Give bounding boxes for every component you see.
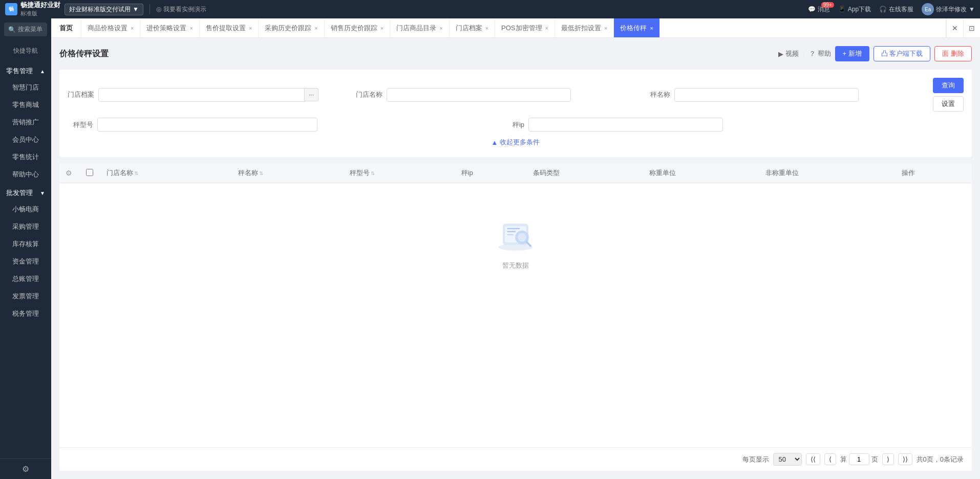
set-button[interactable]: 设置 (933, 96, 964, 112)
tab-store-catalog[interactable]: 门店商品目录 × (390, 18, 449, 38)
page-title: 价格传秤设置 (59, 49, 109, 59)
sidebar-item-retail-stats[interactable]: 零售统计 (0, 148, 51, 166)
sidebar-item-marketing[interactable]: 营销推广 (0, 114, 51, 131)
sidebar-item-smart-store[interactable]: 智慧门店 (0, 79, 51, 96)
tab-close-pos[interactable]: × (545, 25, 548, 31)
online-service-button[interactable]: 🎧 在线客服 (879, 5, 913, 14)
tab-sell-extract[interactable]: 售价提取设置 × (200, 18, 259, 38)
filter-area: 门店档案 ··· 门店名称 秤名称 (59, 70, 972, 157)
collapse-button[interactable]: ▲ 收起更多条件 (68, 138, 964, 147)
th-barcode-type: 条码类型 (527, 163, 643, 183)
tab-close-sales-history[interactable]: × (380, 25, 384, 31)
filter-store-file: 门店档案 ··· (68, 88, 348, 102)
th-weight-unit: 称重单位 (643, 163, 759, 183)
tab-sales-history[interactable]: 销售历史价跟踪 × (325, 18, 390, 38)
per-page-select[interactable]: 50 10 20 100 (773, 453, 802, 466)
tab-maximize[interactable]: ⊡ (963, 18, 980, 38)
sort-scale-name-icon[interactable]: ⇅ (259, 170, 263, 176)
filter-label-store-file: 门店档案 (68, 90, 94, 99)
avatar: Ea (922, 3, 934, 15)
help-link[interactable]: ？ 帮助 (809, 49, 831, 58)
empty-row: 暂无数据 (59, 183, 972, 301)
sidebar-group-retail: 零售管理 ▲ 智慧门店 零售商城 营销推广 会员中心 零售统计 帮助中心 (0, 61, 51, 183)
tab-close-sell-extract[interactable]: × (249, 25, 252, 31)
video-link[interactable]: ▶ 视频 (778, 49, 799, 58)
sort-store-name-icon[interactable]: ⇅ (134, 170, 138, 176)
tab-close-min-discount[interactable]: × (604, 25, 607, 31)
tab-close-store-catalog[interactable]: × (439, 25, 442, 31)
download-button[interactable]: 凸 客户端下载 (874, 46, 931, 61)
page-info: 算 页 (840, 453, 878, 465)
sidebar-item-member-center[interactable]: 会员中心 (0, 131, 51, 148)
sidebar-item-finance[interactable]: 资金管理 (0, 253, 51, 270)
th-scale-model: 秤型号 ⇅ (344, 163, 455, 183)
select-all-checkbox[interactable] (86, 169, 93, 176)
sidebar-item-quicknav[interactable]: 快捷导航 (0, 43, 51, 58)
messages-button[interactable]: 💬 消息 99+ (808, 5, 830, 14)
divider (150, 4, 150, 14)
tab-close-store-file[interactable]: × (485, 25, 488, 31)
query-button[interactable]: 查询 (933, 78, 964, 93)
tab-close-current[interactable]: ✕ (946, 18, 963, 38)
filter-row-2: 秤型号 秤ip (68, 118, 964, 132)
sidebar-item-purchase[interactable]: 采购管理 (0, 218, 51, 235)
next-page-button[interactable]: ⟩ (882, 453, 894, 465)
settings-icon[interactable]: ⚙ (66, 169, 72, 177)
tab-pos[interactable]: POS加密管理 × (495, 18, 555, 38)
tab-home[interactable]: 首页 (51, 18, 81, 38)
tab-close-purchase-strategy[interactable]: × (189, 25, 193, 31)
sidebar-item-inventory[interactable]: 库存核算 (0, 235, 51, 253)
sidebar-item-ecommerce[interactable]: 小畅电商 (0, 201, 51, 218)
top-bar: 畅 畅捷通好业财 标准版 好业财标准版交付试用 ▼ ◎ 我要看实例演示 💬 消息… (0, 0, 980, 18)
page-total: 共0页，0条记录 (917, 455, 964, 464)
user-info[interactable]: Ea 徐泽华修改 ▼ (922, 3, 975, 15)
scale-name-input[interactable] (674, 88, 859, 102)
app-download-button[interactable]: 📱 App下载 (838, 5, 871, 14)
tab-min-discount[interactable]: 最低折扣设置 × (555, 18, 614, 38)
sidebar-item-invoice[interactable]: 发票管理 (0, 288, 51, 305)
version-selector[interactable]: 好业财标准版交付试用 ▼ (65, 4, 143, 15)
prev-page-button[interactable]: ⟨ (824, 453, 836, 465)
filter-row-1: 门店档案 ··· 门店名称 秤名称 (68, 78, 964, 112)
filter-scale-model: 秤型号 (68, 118, 491, 132)
sidebar-item-tax[interactable]: 税务管理 (0, 305, 51, 322)
tab-purchase-strategy[interactable]: 进价策略设置 × (140, 18, 199, 38)
sidebar-group-retail-title[interactable]: 零售管理 ▲ (0, 61, 51, 79)
last-page-button[interactable]: ⟩⟩ (898, 453, 912, 465)
sidebar-settings-button[interactable]: ⚙ (0, 464, 51, 474)
tab-price-setting[interactable]: 商品价格设置 × (81, 18, 140, 38)
tab-close-purchase-history[interactable]: × (314, 25, 317, 31)
empty-text: 暂无数据 (502, 261, 529, 270)
svg-rect-7 (507, 231, 516, 232)
demo-button[interactable]: ◎ 我要看实例演示 (156, 5, 206, 14)
tab-close-price-setting[interactable]: × (131, 25, 134, 31)
delete-button[interactable]: 面 删除 (934, 46, 972, 61)
page-content: 价格传秤设置 ▶ 视频 | ？ 帮助 + 新增 (51, 38, 980, 479)
sidebar-item-help-center[interactable]: 帮助中心 (0, 166, 51, 183)
tab-close-price-scale[interactable]: × (650, 25, 653, 31)
first-page-button[interactable]: ⟨⟨ (806, 453, 820, 465)
th-store-name: 门店名称 ⇅ (100, 163, 232, 183)
main-layout: 🔍 搜索菜单 快捷导航 零售管理 ▲ 智慧门店 零售商城 营销推广 会员中心 (0, 18, 980, 479)
tab-purchase-history[interactable]: 采购历史价跟踪 × (259, 18, 324, 38)
sidebar-item-retail-mall[interactable]: 零售商城 (0, 96, 51, 114)
filter-scale-name: 秤名称 (645, 88, 925, 102)
sidebar-group-wholesale-title[interactable]: 批发管理 ▼ (0, 183, 51, 201)
sidebar-bottom: ⚙ (0, 459, 51, 479)
store-file-addon-button[interactable]: ··· (305, 88, 318, 101)
content-area: 首页 商品价格设置 × 进价策略设置 × 售价提取设置 × 采购历史价跟踪 × (51, 18, 980, 479)
th-non-weight-unit: 非称重单位 (759, 163, 896, 183)
sidebar-item-general-ledger[interactable]: 总账管理 (0, 270, 51, 288)
svg-point-4 (518, 233, 526, 242)
page-number-input[interactable] (849, 453, 869, 465)
tab-price-scale[interactable]: 价格传秤 × (614, 18, 659, 38)
sort-scale-model-icon[interactable]: ⇅ (371, 170, 375, 176)
store-name-input[interactable] (387, 88, 571, 102)
search-menu-button[interactable]: 🔍 搜索菜单 (4, 23, 47, 36)
store-file-input[interactable] (98, 88, 305, 102)
add-button[interactable]: + 新增 (835, 46, 869, 61)
scale-ip-input[interactable] (528, 118, 723, 132)
table-area: ⚙ 门店名称 ⇅ (59, 163, 972, 471)
tab-store-file[interactable]: 门店档案 × (450, 18, 495, 38)
scale-model-input[interactable] (97, 118, 317, 132)
